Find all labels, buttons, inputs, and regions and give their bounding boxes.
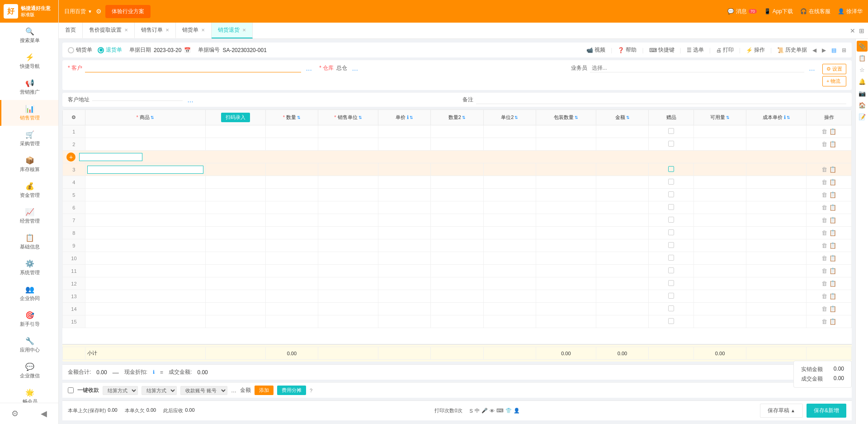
tab-price-close[interactable]: ✕ [124, 28, 128, 33]
view-grid-icon[interactable]: ⊞ [842, 47, 846, 53]
qty2-cell[interactable] [431, 201, 483, 214]
tab-sales-order[interactable]: 销售订单 ✕ [135, 23, 176, 38]
nav-next[interactable]: ▶ [822, 47, 826, 53]
amount-cell[interactable] [596, 252, 648, 265]
delete-icon[interactable]: 🗑 [821, 255, 827, 262]
pack-cell[interactable] [536, 163, 596, 176]
sort-qty-icon[interactable]: ⇅ [297, 115, 301, 120]
copy-icon[interactable]: 📋 [829, 166, 836, 173]
unit2-cell[interactable] [483, 252, 536, 265]
calendar-icon[interactable]: 📅 [184, 47, 191, 53]
amount-cell[interactable] [596, 303, 648, 315]
product-cell[interactable] [85, 265, 205, 277]
sort-amount-icon[interactable]: ⇅ [626, 115, 630, 120]
unit2-cell[interactable] [483, 176, 536, 189]
sidebar-item-wxwork[interactable]: 💬企业微信 [0, 358, 58, 384]
right-panel-icon-2[interactable]: ☆ [857, 64, 868, 75]
product-cell[interactable] [85, 277, 205, 290]
price-cell[interactable] [378, 315, 430, 328]
copy-icon[interactable]: 📋 [829, 255, 836, 262]
gift-checkbox[interactable] [668, 166, 674, 172]
toolbar-help[interactable]: ❓帮助 [618, 46, 637, 54]
product-cell[interactable] [85, 125, 205, 138]
notification-item[interactable]: 💬 消息 70 [727, 8, 757, 15]
copy-icon[interactable]: 📋 [829, 305, 836, 312]
price-cell[interactable] [378, 277, 430, 290]
sort-cost-icon[interactable]: ⇅ [787, 115, 790, 120]
right-panel-icon-0[interactable]: 📎 [857, 41, 868, 52]
qty2-cell[interactable] [431, 277, 483, 290]
unit-cell[interactable] [318, 201, 378, 214]
qty-cell[interactable] [265, 138, 318, 151]
account-select[interactable]: 收款账号 账号 [180, 386, 227, 395]
delete-icon[interactable]: 🗑 [821, 128, 827, 135]
unit-cell[interactable] [318, 265, 378, 277]
gift-checkbox[interactable] [668, 217, 674, 223]
delete-icon[interactable]: 🗑 [821, 267, 827, 274]
delete-icon[interactable]: 🗑 [821, 141, 827, 148]
product-cell[interactable] [85, 201, 205, 214]
delete-icon[interactable]: 🗑 [821, 179, 827, 186]
gift-checkbox[interactable] [668, 128, 674, 134]
gift-cell[interactable] [649, 277, 694, 290]
product-cell[interactable] [85, 303, 205, 315]
amount-cell[interactable] [596, 290, 648, 303]
gift-cell[interactable] [649, 189, 694, 201]
qty2-cell[interactable] [431, 189, 483, 201]
copy-icon[interactable]: 📋 [829, 280, 836, 287]
amount-cell[interactable] [596, 125, 648, 138]
amount-cell[interactable] [596, 138, 648, 151]
pack-cell[interactable] [536, 125, 596, 138]
settings-gear-icon[interactable]: ⚙ [96, 8, 102, 15]
unit2-cell[interactable] [483, 189, 536, 201]
amount-cell[interactable] [596, 214, 648, 227]
pack-cell[interactable] [536, 201, 596, 214]
unit2-cell[interactable] [483, 277, 536, 290]
logistics-btn[interactable]: + 物流 [822, 76, 846, 86]
settlement-select[interactable]: 结算方式 [103, 386, 138, 395]
tab-price-settings[interactable]: 售价提取设置 ✕ [83, 23, 135, 38]
sidebar-item-system[interactable]: ⚙️系统管理 [0, 255, 58, 281]
unit2-cell[interactable] [483, 138, 536, 151]
nav-dropdown-icon[interactable]: ▼ [88, 9, 92, 14]
calc-select[interactable]: 结算方式 [142, 386, 177, 395]
collapse-btn[interactable]: ◀ [39, 407, 49, 420]
unit-cell[interactable] [318, 214, 378, 227]
amount-cell[interactable] [596, 189, 648, 201]
delete-icon[interactable]: 🗑 [821, 318, 827, 325]
price-info-icon[interactable]: ℹ [407, 114, 409, 120]
qty2-cell[interactable] [431, 252, 483, 265]
sidebar-item-inventory[interactable]: 📦库存核算 [0, 152, 58, 177]
gift-checkbox[interactable] [668, 318, 674, 324]
right-panel-icon-6[interactable]: 📝 [857, 111, 868, 122]
gift-cell[interactable] [649, 315, 694, 328]
qty2-cell[interactable] [431, 125, 483, 138]
gift-cell[interactable] [649, 176, 694, 189]
col-scan[interactable]: 扫码录入 [205, 110, 265, 125]
unit-cell[interactable] [318, 163, 378, 176]
product-cell[interactable] [85, 290, 205, 303]
unit-cell[interactable] [318, 252, 378, 265]
gift-checkbox[interactable] [668, 204, 674, 210]
gift-cell[interactable] [649, 239, 694, 252]
unit-cell[interactable] [318, 176, 378, 189]
qty2-cell[interactable] [431, 214, 483, 227]
qty-cell[interactable] [265, 290, 318, 303]
qty2-cell[interactable] [431, 303, 483, 315]
unit2-cell[interactable] [483, 125, 536, 138]
sort-unit-icon[interactable]: ⇅ [359, 115, 362, 120]
amount-cell[interactable] [596, 201, 648, 214]
exp-btn[interactable]: 体验行业方案 [105, 5, 151, 18]
pack-cell[interactable] [536, 290, 596, 303]
sidebar-item-guide[interactable]: 🎯新手引导 [0, 306, 58, 332]
save-draft-btn[interactable]: 保存草稿 ▲ [760, 404, 803, 418]
staff-select-btn[interactable]: … [809, 65, 815, 72]
delete-icon[interactable]: 🗑 [821, 305, 827, 312]
gift-cell[interactable] [649, 227, 694, 239]
qty-cell[interactable] [265, 214, 318, 227]
unit2-cell[interactable] [483, 290, 536, 303]
person-icon[interactable]: 👤 [514, 408, 520, 414]
right-panel-icon-4[interactable]: 📷 [857, 88, 868, 99]
product-cell[interactable] [85, 189, 205, 201]
copy-icon[interactable]: 📋 [829, 318, 836, 325]
